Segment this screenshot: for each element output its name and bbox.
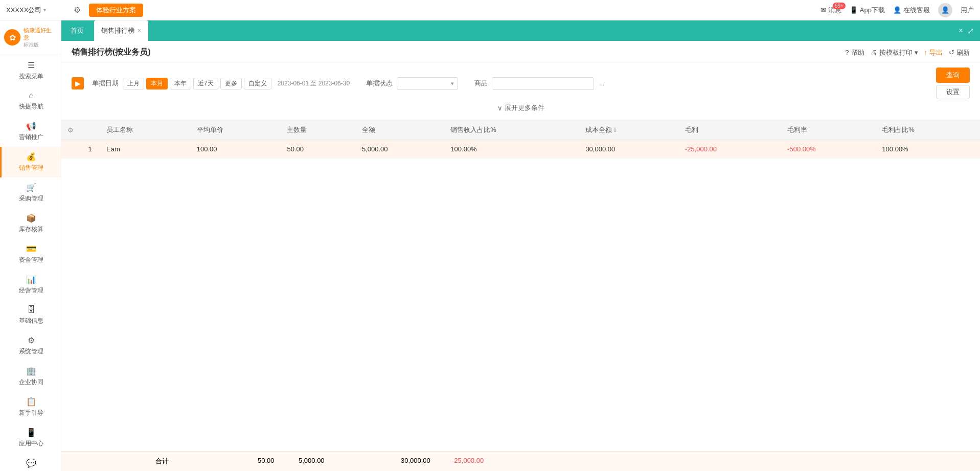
- sidebar-items: ☰搜索菜单⌂快捷导航📢营销推广💰销售管理🛒采购管理📦库存核算💳资金管理📊经营管理…: [0, 55, 61, 471]
- phone-icon: 📱: [850, 6, 858, 14]
- company-selector[interactable]: XXXXX公司 ▾: [6, 6, 67, 15]
- app-download-label: App下载: [860, 6, 885, 15]
- page-content: 销售排行榜(按业务员) ? 帮助 🖨 按模板打印 ▾ ↑ 导出: [61, 41, 980, 471]
- sidebar-item-5[interactable]: 📦库存核算: [0, 208, 61, 239]
- sidebar-item-7[interactable]: 📊经营管理: [0, 270, 61, 300]
- date-btn-更多[interactable]: 更多: [220, 78, 242, 89]
- print-button[interactable]: 🖨 按模板打印 ▾: [871, 48, 918, 57]
- goods-more-icon[interactable]: ...: [599, 80, 604, 87]
- goods-input[interactable]: [492, 77, 594, 90]
- row-name-0: Eam: [100, 140, 191, 159]
- query-btn-area: 查询 设置: [936, 68, 970, 99]
- top-right-area: ✉ 消息 99+ 📱 App下载 👤 在线客服 👤 用户: [821, 3, 974, 17]
- service-icon: 👤: [893, 6, 901, 14]
- sidebar-label-3: 销售管理: [19, 164, 43, 172]
- date-btn-上月[interactable]: 上月: [123, 78, 144, 89]
- app-download-link[interactable]: 📱 App下载: [850, 6, 885, 15]
- page-header: 销售排行榜(按业务员) ? 帮助 🖨 按模板打印 ▾ ↑ 导出: [61, 41, 980, 62]
- tab-sales-ranking[interactable]: 销售排行榜 ×: [94, 20, 148, 41]
- refresh-icon: ↺: [949, 49, 954, 56]
- data-table: ⚙ 员工名称 平均单价 主数量 全额 销售收入占比% 成本全额 ℹ 毛利 毛利率…: [61, 120, 980, 159]
- date-range-text: 2023-06-01 至 2023-06-30: [278, 79, 350, 88]
- sidebar-item-13[interactable]: 💬企业微信: [0, 453, 61, 471]
- sidebar-item-12[interactable]: 📱应用中心: [0, 422, 61, 453]
- sidebar-item-8[interactable]: 🗄基础信息: [0, 300, 61, 330]
- col-rank: [80, 120, 100, 140]
- row-profit-pct-0: 100.00%: [876, 140, 980, 159]
- sidebar-label-1: 快捷导航: [19, 102, 43, 111]
- tab-label: 销售排行榜: [101, 26, 134, 35]
- sidebar-item-11[interactable]: 📋新手引导: [0, 392, 61, 422]
- sidebar-icon-13: 💬: [26, 458, 36, 468]
- sidebar-icon-10: 🏢: [26, 366, 36, 376]
- row-settings-0[interactable]: [61, 140, 80, 159]
- date-btn-自定义[interactable]: 自定义: [244, 78, 271, 89]
- refresh-button[interactable]: ↺ 刷新: [949, 48, 970, 57]
- sidebar-label-7: 经营管理: [19, 286, 43, 295]
- sidebar: ✿ 畅康通好生意 标准版 ☰搜索菜单⌂快捷导航📢营销推广💰销售管理🛒采购管理📦库…: [0, 20, 61, 471]
- help-button[interactable]: ? 帮助: [845, 48, 864, 57]
- help-label: 帮助: [851, 48, 864, 57]
- col-settings[interactable]: ⚙: [61, 120, 80, 140]
- avatar[interactable]: 👤: [938, 3, 952, 17]
- message-area[interactable]: ✉ 消息 99+: [821, 6, 841, 15]
- filter-collapse-icon: ▶: [75, 79, 81, 87]
- row-qty-0: 50.00: [281, 140, 355, 159]
- sidebar-item-1[interactable]: ⌂快捷导航: [0, 86, 61, 116]
- message-icon: ✉: [821, 6, 826, 14]
- message-badge: 99+: [833, 3, 846, 9]
- sidebar-label-8: 基础信息: [19, 317, 43, 325]
- sidebar-icon-4: 🛒: [26, 183, 36, 192]
- tab-bar-right: × ⤢: [959, 26, 980, 36]
- sidebar-icon-12: 📱: [26, 428, 36, 437]
- col-profit: 毛利: [679, 120, 781, 140]
- settings-icon[interactable]: ⚙: [74, 5, 81, 15]
- date-btn-本月[interactable]: 本月: [146, 78, 168, 89]
- sidebar-item-10[interactable]: 🏢企业协同: [0, 361, 61, 392]
- online-service-link[interactable]: 👤 在线客服: [893, 6, 930, 15]
- status-label: 单据状态: [366, 79, 393, 88]
- filter-settings-btn[interactable]: 设置: [936, 85, 970, 99]
- header-actions: ? 帮助 🖨 按模板打印 ▾ ↑ 导出 ↺ 刷新: [845, 48, 970, 57]
- date-btn-本年[interactable]: 本年: [170, 78, 191, 89]
- sidebar-label-9: 系统管理: [19, 347, 43, 356]
- avatar-icon: 👤: [941, 6, 949, 14]
- cost-info-icon: ℹ: [614, 127, 616, 133]
- print-icon: 🖨: [871, 49, 877, 56]
- filter-collapse-btn[interactable]: ▶: [72, 77, 84, 89]
- sidebar-icon-9: ⚙: [28, 335, 35, 345]
- tab-home[interactable]: 首页: [61, 20, 93, 41]
- sidebar-label-0: 搜索菜单: [19, 72, 43, 81]
- sidebar-item-9[interactable]: ⚙系统管理: [0, 330, 61, 361]
- sidebar-item-0[interactable]: ☰搜索菜单: [0, 55, 61, 86]
- content-area: 首页 销售排行榜 × × ⤢ 销售排行榜(按业务员) ? 帮助: [61, 20, 980, 471]
- table-body: 1 Eam 100.00 50.00 5,000.00 100.00% 30,0…: [61, 140, 980, 159]
- filter-area: ▶ 单据日期 上月本月本年近7天更多自定义 2023-06-01 至 2023-…: [61, 62, 980, 120]
- sidebar-item-2[interactable]: 📢营销推广: [0, 116, 61, 147]
- tab-close-icon[interactable]: ×: [138, 27, 141, 34]
- status-select-wrapper: [397, 77, 458, 90]
- export-button[interactable]: ↑ 导出: [924, 48, 943, 57]
- sidebar-icon-3: 💰: [26, 152, 36, 162]
- col-avg-price: 平均单价: [191, 120, 281, 140]
- sidebar-item-6[interactable]: 💳资金管理: [0, 239, 61, 270]
- sidebar-icon-8: 🗄: [27, 305, 35, 315]
- date-btn-近7天[interactable]: 近7天: [193, 78, 218, 89]
- query-button[interactable]: 查询: [936, 68, 970, 83]
- status-select[interactable]: [397, 77, 458, 90]
- print-dropdown-icon: ▾: [915, 49, 918, 56]
- row-amount-0: 5,000.00: [356, 140, 444, 159]
- sidebar-icon-2: 📢: [26, 121, 36, 131]
- sidebar-item-4[interactable]: 🛒采购管理: [0, 177, 61, 208]
- window-expand-btn[interactable]: ⤢: [967, 26, 974, 36]
- logo-text: 畅康通好生意: [24, 27, 57, 41]
- footer-label-text: 合计: [155, 457, 217, 466]
- trial-button[interactable]: 体验行业方案: [89, 4, 143, 17]
- footer-amount: 5,000.00: [299, 457, 350, 466]
- window-close-btn[interactable]: ×: [959, 26, 963, 35]
- expand-filters-btn[interactable]: ∨ 展开更多条件: [491, 101, 551, 115]
- goods-filter: 商品 ...: [474, 77, 604, 90]
- page-title: 销售排行榜(按业务员): [72, 47, 151, 58]
- sidebar-item-3[interactable]: 💰销售管理: [0, 147, 61, 177]
- logo-sub: 标准版: [24, 41, 57, 49]
